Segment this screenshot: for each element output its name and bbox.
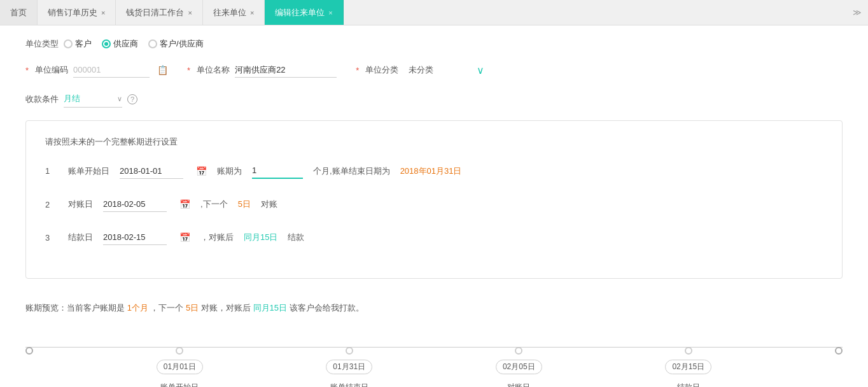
timeline-node-jan01: 01月01日 账单开始日	[157, 347, 203, 387]
help-icon[interactable]: ?	[127, 94, 137, 104]
reconcile-suffix: 对账	[261, 199, 277, 210]
timeline: 01月01日 账单开始日 01月31日 账单结束日 02月05日 对账日	[25, 334, 843, 387]
tab-home[interactable]: 首页	[0, 0, 38, 25]
tab-cash-work-label: 钱货日清工作台	[126, 7, 184, 18]
start-date-cal-icon[interactable]: 📅	[196, 166, 207, 176]
tab-cash-work[interactable]: 钱货日清工作台 ×	[116, 0, 202, 25]
radio-supplier-label: 供应商	[113, 38, 138, 50]
payment-terms-row: 收款条件 月结 ∨ ?	[25, 90, 843, 108]
row-number-3: 3	[45, 233, 58, 243]
unit-category-value: 未分类	[409, 64, 433, 76]
payment-date-cal-icon[interactable]: 📅	[179, 232, 190, 243]
setting-row-1: 1 账单开始日 📅 账期为 个月,账单结束日期为 2018年01月31日	[45, 163, 823, 179]
preview-label: 账期预览：当前客户账期是	[25, 303, 125, 313]
timeline-label-jan01: 账单开始日	[160, 382, 199, 387]
timeline-label-feb05: 对账日	[507, 382, 530, 387]
payment-terms-group: 收款条件 月结 ∨ ?	[25, 90, 137, 108]
row-number-1: 1	[45, 166, 58, 176]
reconcile-date-input[interactable]	[103, 197, 167, 212]
timeline-badge-jan01: 01月01日	[157, 360, 203, 374]
settings-card: 请按照未来的一个完整帐期进行设置 1 账单开始日 📅 账期为 个月,账单结束日期…	[25, 120, 843, 279]
unit-code-label: 单位编码	[35, 64, 68, 76]
unit-name-group: * 单位名称	[187, 62, 337, 78]
payment-date-input[interactable]	[103, 230, 167, 245]
tab-edit-partner-label: 编辑往来单位	[275, 7, 325, 18]
reconcile-day-highlight: 5日	[238, 199, 251, 210]
expand-icon: ≫	[853, 8, 862, 17]
unit-category-label: 单位分类	[365, 64, 398, 76]
tab-bar: 首页 销售订单历史 × 钱货日清工作台 × 往来单位 × 编辑往来单位 × ≫	[0, 0, 868, 25]
unit-category-star: *	[356, 66, 359, 75]
tab-edit-partner-close[interactable]: ×	[328, 9, 332, 17]
unit-info-row: * 单位编码 📋 * 单位名称 * 单位分类 未分类 ∨	[25, 62, 843, 78]
preview-connector2: 对账，对账后	[201, 303, 251, 313]
unit-type-row: 单位类型 客户 供应商 客户/供应商	[25, 38, 843, 50]
radio-customer[interactable]: 客户	[64, 38, 92, 50]
radio-supplier-circle[interactable]	[102, 39, 111, 48]
tab-cash-work-close[interactable]: ×	[188, 9, 192, 17]
unit-name-star: *	[187, 66, 190, 75]
preview-suffix: 该客户会给我打款。	[290, 303, 364, 313]
preview-part1: 1个月	[127, 303, 148, 313]
unit-name-input[interactable]	[235, 62, 337, 78]
main-content: 单位类型 客户 供应商 客户/供应商 * 单位编码	[0, 25, 868, 387]
bill-end-date-highlight: 2018年01月31日	[400, 165, 462, 177]
tab-partner-unit-label: 往来单位	[213, 7, 246, 18]
timeline-badge-jan31: 01月31日	[326, 360, 372, 374]
tab-sales-history-label: 销售订单历史	[48, 7, 97, 18]
payment-suffix: 结款	[288, 232, 304, 243]
timeline-label-feb15: 结款日	[677, 382, 700, 387]
tab-sales-history[interactable]: 销售订单历史 ×	[38, 0, 116, 25]
row-number-2: 2	[45, 200, 58, 209]
timeline-badge-feb05: 02月05日	[496, 360, 542, 374]
setting-row-2: 2 对账日 📅 ,下一个 5日 对账	[45, 197, 823, 212]
timeline-node-jan31: 01月31日 账单结束日	[326, 347, 372, 387]
card-title: 请按照未来的一个完整帐期进行设置	[45, 136, 823, 148]
unit-type-group: 单位类型 客户 供应商 客户/供应商	[25, 38, 204, 50]
timeline-dot-feb05	[515, 347, 522, 355]
tab-expand-button[interactable]: ≫	[846, 0, 868, 25]
timeline-dot-jan31	[346, 347, 353, 355]
preview-text: 账期预览：当前客户账期是 1个月 ，下一个 5日 对账，对账后 同月15日 该客…	[25, 302, 843, 315]
period-unit: 个月,账单结束日期为	[313, 165, 390, 177]
tab-sales-history-close[interactable]: ×	[101, 9, 105, 17]
unit-category-dropdown-arrow[interactable]: ∨	[477, 64, 484, 76]
timeline-dot-feb15	[685, 347, 692, 355]
payment-day-highlight: 同月15日	[244, 232, 277, 243]
payment-terms-dropdown-arrow[interactable]: ∨	[117, 95, 122, 103]
radio-supplier[interactable]: 供应商	[102, 38, 138, 50]
radio-both-circle[interactable]	[148, 39, 157, 48]
tab-partner-unit[interactable]: 往来单位 ×	[203, 0, 265, 25]
preview-section: 账期预览：当前客户账期是 1个月 ，下一个 5日 对账，对账后 同月15日 该客…	[25, 292, 843, 387]
tab-home-label: 首页	[10, 7, 27, 18]
setting-row-3: 3 结款日 📅 ，对账后 同月15日 结款	[45, 230, 823, 245]
period-input[interactable]	[252, 163, 303, 179]
unit-code-group: * 单位编码 📋	[25, 62, 168, 78]
timeline-dot-end	[835, 347, 843, 355]
radio-customer-label: 客户	[75, 38, 92, 50]
timeline-badge-feb15: 02月15日	[665, 360, 711, 374]
reconcile-date-cal-icon[interactable]: 📅	[179, 199, 190, 209]
timeline-node-feb05: 02月05日 对账日	[496, 347, 542, 387]
unit-code-copy-icon[interactable]: 📋	[157, 65, 168, 75]
timeline-nodes: 01月01日 账单开始日 01月31日 账单结束日 02月05日 对账日	[25, 347, 843, 387]
timeline-label-jan31: 账单结束日	[330, 382, 368, 387]
unit-code-star: *	[25, 66, 29, 75]
timeline-node-start	[25, 347, 33, 387]
unit-name-label: 单位名称	[197, 64, 230, 76]
radio-both-label: 客户/供应商	[160, 38, 204, 50]
preview-part3: 同月15日	[253, 303, 287, 313]
tab-edit-partner[interactable]: 编辑往来单位 ×	[265, 0, 343, 25]
payment-terms-value: 月结	[64, 93, 115, 104]
tab-partner-unit-close[interactable]: ×	[250, 9, 254, 17]
radio-both[interactable]: 客户/供应商	[148, 38, 204, 50]
unit-code-input[interactable]	[73, 62, 150, 78]
timeline-node-end	[835, 347, 843, 387]
timeline-dot-jan01	[176, 347, 183, 355]
timeline-node-feb15: 02月15日 结款日	[665, 347, 711, 387]
field-label-1: 账单开始日	[68, 165, 109, 177]
preview-connector1: ，下一个	[150, 303, 183, 313]
start-date-input[interactable]	[120, 164, 183, 179]
radio-customer-circle[interactable]	[64, 39, 73, 48]
payment-terms-select[interactable]: 月结 ∨	[64, 90, 122, 108]
